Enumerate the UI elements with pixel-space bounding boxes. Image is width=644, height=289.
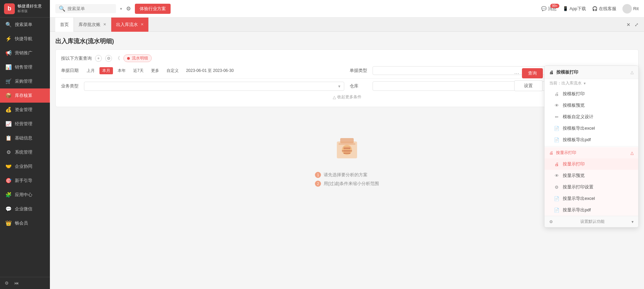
- sidebar-item-purchase[interactable]: 🛒 采购管理: [0, 74, 50, 88]
- sidebar-item-search[interactable]: 🔍 搜索菜单: [0, 18, 50, 32]
- page-area: 出入库流水(流水明细) 按以下方案查询 + ⚙ 《 流水明细 单据日期 上月: [50, 32, 644, 289]
- tab-bar: 首页 库存批次账 ✕ 出入库流水 ✕ ✕ ⤢: [50, 18, 644, 32]
- sidebar-item-inventory[interactable]: 📦 库存核算: [0, 88, 50, 103]
- message-badge: 99+: [550, 4, 559, 8]
- date-options: 上月 本月 本年 近7天 更多 自定义 2023-06-01 至 2023-06…: [84, 67, 234, 74]
- date-opt-thisyear[interactable]: 本年: [115, 67, 128, 74]
- tab-inout-flow-close[interactable]: ✕: [141, 22, 144, 27]
- settings-icon[interactable]: ⚙: [5, 281, 9, 286]
- online-service-label: 在线客服: [599, 6, 616, 12]
- dropdown-title: 🖨 按模板打印: [549, 69, 578, 75]
- sidebar-item-guide[interactable]: 🎯 新手引导: [0, 174, 50, 188]
- dropdown-section-1: 🖨 按模板打印 👁 按模板预览 ✏ 模板自定义设计 📄 按模板导出excel 📄: [545, 88, 638, 146]
- collapse-label: 收起更多条件: [337, 94, 361, 100]
- sidebar-item-basic[interactable]: 📋 基础信息: [0, 131, 50, 145]
- tab-expand-icon[interactable]: ⤢: [635, 22, 639, 27]
- date-opt-thismonth[interactable]: 本月: [99, 67, 113, 74]
- template-print-icon: 🖨: [554, 91, 559, 97]
- sidebar-item-system[interactable]: ⚙ 系统管理: [0, 145, 50, 159]
- logo-icon: b: [4, 3, 15, 14]
- more-dots-icon[interactable]: ···: [514, 70, 519, 77]
- flow-tag-dot: [127, 57, 130, 60]
- search-input[interactable]: [67, 6, 108, 11]
- sidebar-item-wechat[interactable]: 💬 企业微信: [0, 202, 50, 216]
- tab-close-all-icon[interactable]: ✕: [626, 22, 631, 27]
- sidebar-item-enterprise[interactable]: 🤝 企业协同: [0, 159, 50, 174]
- template-excel-icon: 📄: [554, 126, 559, 131]
- query-button[interactable]: 查询: [522, 68, 543, 78]
- dropdown-item-template-print[interactable]: 🖨 按模板打印: [545, 88, 638, 100]
- topbar-search-icon: 🔍: [59, 5, 65, 12]
- dropdown-item-display-settings[interactable]: ⚙ 按显示打印设置: [545, 181, 638, 193]
- sidebar-label-enterprise: 企业协同: [15, 163, 32, 169]
- trial-button[interactable]: 体验行业方案: [135, 4, 171, 14]
- dropdown-item-template-pdf[interactable]: 📄 按模板导出pdf: [545, 134, 638, 146]
- date-opt-7days[interactable]: 近7天: [130, 67, 146, 74]
- app-download-button[interactable]: 📱 App下载: [563, 6, 586, 12]
- hint-num-1: 1: [315, 172, 321, 178]
- inventory-icon: 📦: [5, 92, 12, 99]
- filter-collapse-button[interactable]: 《: [115, 55, 120, 61]
- warehouse-label: 仓库: [350, 83, 370, 89]
- dropdown-item-display-preview[interactable]: 👁 按显示预览: [545, 170, 638, 181]
- online-service-button[interactable]: 🎧 在线客服: [592, 6, 616, 12]
- display-excel-label: 按显示导出excel: [563, 195, 595, 202]
- dropdown-item-template-design[interactable]: ✏ 模板自定义设计: [545, 111, 638, 123]
- display-settings-icon: ⚙: [554, 184, 559, 190]
- sidebar-item-marketing[interactable]: 📢 营销推广: [0, 46, 50, 60]
- dropdown-footer[interactable]: ⚙ 设置默认功能 ▾: [545, 216, 638, 227]
- sidebar-item-operations[interactable]: 📈 经营管理: [0, 117, 50, 131]
- date-label: 单据日期: [61, 68, 81, 74]
- settings-button[interactable]: 设置: [514, 80, 543, 91]
- filter-add-button[interactable]: +: [95, 55, 102, 62]
- hint-text-2: 用[过滤]条件来缩小分析范围: [324, 181, 379, 187]
- purchase-icon: 🛒: [5, 78, 12, 85]
- tab-inventory-batch-close[interactable]: ✕: [103, 22, 106, 27]
- sidebar-label-marketing: 营销推广: [15, 50, 32, 56]
- sidebar-label-purchase: 采购管理: [15, 78, 32, 84]
- sidebar-item-apps[interactable]: 🧩 应用中心: [0, 188, 50, 202]
- date-opt-custom[interactable]: 自定义: [164, 67, 181, 74]
- display-print-section-title: 按显示打印: [556, 150, 576, 156]
- date-opt-lastmonth[interactable]: 上月: [84, 67, 97, 74]
- topbar-search[interactable]: 🔍: [55, 4, 116, 13]
- marketing-icon: 📢: [5, 49, 12, 57]
- template-excel-label: 按模板导出excel: [563, 125, 595, 131]
- dropdown-item-display-pdf[interactable]: 📄 按显示导出pdf: [545, 204, 638, 216]
- tab-inventory-batch[interactable]: 库存批次账 ✕: [74, 18, 111, 32]
- date-range-value: 2023-06-01 至 2023-06-30: [186, 68, 234, 74]
- dropdown-item-display-print[interactable]: 🖨 按显示打印: [545, 158, 638, 170]
- date-field: 单据日期 上月 本月 本年 近7天 更多 自定义 2023-06-01 至 20…: [61, 67, 344, 74]
- dropdown-item-display-excel[interactable]: 📄 按显示导出excel: [545, 193, 638, 204]
- sidebar-item-member[interactable]: 👑 畅会员: [0, 216, 50, 230]
- date-opt-more[interactable]: 更多: [148, 67, 162, 74]
- finance-icon: 💰: [5, 106, 12, 113]
- display-pdf-label: 按显示导出pdf: [563, 207, 591, 213]
- message-button[interactable]: 💬 消息 99+: [541, 6, 557, 12]
- sidebar-item-sales[interactable]: 📊 销售管理: [0, 60, 50, 74]
- biz-type-chevron: ▾: [338, 84, 341, 89]
- dropdown-item-template-excel[interactable]: 📄 按模板导出excel: [545, 123, 638, 134]
- collapse-icon[interactable]: ⏮: [14, 281, 19, 286]
- template-design-icon: ✏: [554, 114, 559, 120]
- tab-home[interactable]: 首页: [55, 18, 74, 32]
- empty-hints: 1 请先选择要分析的方案 2 用[过滤]条件来缩小分析范围: [315, 172, 379, 187]
- footer-settings-icon: ⚙: [549, 219, 553, 224]
- tab-home-label: 首页: [60, 22, 69, 28]
- biz-type-input[interactable]: ▾: [84, 82, 344, 91]
- user-menu[interactable]: Rit: [622, 4, 639, 14]
- sidebar-label-basic: 基础信息: [15, 135, 32, 141]
- tab-inout-flow[interactable]: 出入库流水 ✕: [111, 18, 149, 32]
- dropdown-collapse-icon[interactable]: △: [631, 70, 634, 75]
- dropdown-sub-header[interactable]: 🖨 按显示打印 △: [545, 147, 638, 158]
- topbar-chevron-icon[interactable]: ▾: [120, 6, 122, 11]
- tab-inventory-batch-label: 库存批次账: [79, 22, 100, 28]
- sidebar-item-finance[interactable]: 💰 资金管理: [0, 103, 50, 117]
- svg-rect-1: [340, 138, 354, 143]
- sidebar-item-quicknav[interactable]: ⚡ 快捷导航: [0, 32, 50, 46]
- display-preview-icon: 👁: [554, 173, 559, 178]
- dropdown-item-template-preview[interactable]: 👁 按模板预览: [545, 100, 638, 111]
- filter-header: 按以下方案查询 + ⚙ 《 流水明细: [61, 54, 633, 62]
- topbar-gear-icon[interactable]: ⚙: [126, 5, 131, 12]
- filter-settings-button[interactable]: ⚙: [105, 55, 112, 62]
